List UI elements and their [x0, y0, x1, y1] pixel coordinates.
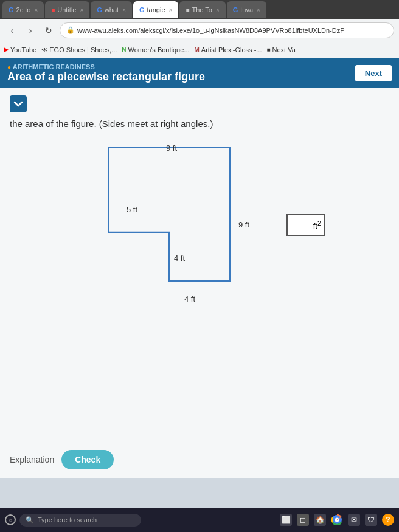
taskbar-search-text: Type here to search — [38, 516, 97, 523]
aleks-header: ● ARITHMETIC READINESS Area of a piecewi… — [0, 58, 399, 88]
back-button[interactable]: ‹ — [5, 23, 19, 38]
tab-tangie[interactable]: G tangie × — [133, 1, 178, 18]
taskbar-help-icon[interactable]: ? — [382, 514, 394, 526]
svg-marker-0 — [108, 147, 230, 281]
dim-inner-step: 4 ft — [174, 254, 185, 263]
taskbar-view-icon[interactable]: ⬜ — [280, 514, 292, 526]
tab-close-icon[interactable]: × — [169, 7, 173, 13]
figure-svg — [108, 147, 254, 311]
bookmark-next[interactable]: ■ Next Va — [266, 46, 295, 54]
tab-what[interactable]: G what × — [91, 1, 132, 18]
tab-the-to[interactable]: ■ The To × — [179, 1, 225, 18]
forward-button[interactable]: › — [23, 23, 38, 38]
section-label: ● ARITHMETIC READINESS — [7, 63, 205, 71]
bookmark-youtube[interactable]: ▶ YouTube — [4, 46, 36, 54]
reload-button[interactable]: ↻ — [41, 23, 56, 38]
topic-title: Area of a piecewise rectangular figure — [7, 71, 205, 83]
figure-area: 9 ft 9 ft 5 ft 4 ft 4 ft ft2 — [72, 141, 327, 330]
dim-left-inner: 5 ft — [127, 205, 137, 214]
dim-top: 9 ft — [166, 143, 177, 153]
tab-close-icon[interactable]: × — [34, 7, 38, 13]
tab-close-icon[interactable]: × — [122, 7, 126, 13]
windows-search-icon[interactable]: ○ — [5, 514, 16, 525]
tab-untitle[interactable]: ■ Untitle × — [45, 1, 89, 18]
bookmarks-bar: ▶ YouTube ≪ EGO Shoes | Shoes,... N Wome… — [0, 41, 399, 58]
instruction-text: the area of the figure. (Sides meet at r… — [10, 119, 389, 129]
tab-tuva[interactable]: G tuva × — [227, 1, 266, 18]
unit-label: ft2 — [313, 219, 321, 230]
taskbar-file-icon[interactable]: 🏠 — [314, 514, 326, 526]
exercise-area: the area of the figure. (Sides meet at r… — [0, 88, 399, 441]
taskbar-chrome-icon[interactable] — [331, 514, 343, 526]
address-bar: ‹ › ↻ 🔒 www-awu.aleks.com/alekscgi/x/lsl… — [0, 19, 399, 41]
bookmark-artist[interactable]: M Artist Plexi-Gloss -... — [195, 46, 262, 54]
tab-close-icon[interactable]: × — [216, 7, 220, 13]
browser-tabs: G 2c to × ■ Untitle × G what × G tangie … — [0, 0, 399, 19]
answer-input[interactable] — [290, 216, 312, 233]
bottom-bar: Explanation Check — [0, 441, 399, 478]
taskbar-mail-icon[interactable]: ✉ — [348, 514, 360, 526]
check-button[interactable]: Check — [61, 450, 114, 469]
dim-right: 9 ft — [238, 220, 249, 229]
bookmark-ego-shoes[interactable]: ≪ EGO Shoes | Shoes,... — [41, 46, 117, 54]
expand-button[interactable] — [10, 95, 27, 112]
next-button[interactable]: Next — [355, 65, 392, 81]
dim-bottom: 4 ft — [184, 294, 195, 303]
taskbar: ○ 🔍 Type here to search ⬜ ◻ 🏠 ✉ 🛡 ? — [0, 508, 399, 532]
explanation-link[interactable]: Explanation — [10, 455, 54, 465]
taskbar-security-icon[interactable]: 🛡 — [365, 514, 377, 526]
tab-close-icon[interactable]: × — [80, 7, 84, 13]
taskbar-search[interactable]: 🔍 Type here to search — [19, 514, 141, 527]
bookmark-womens[interactable]: N Women's Boutique... — [122, 46, 189, 54]
address-input[interactable]: 🔒 www-awu.aleks.com/alekscgi/x/lsl.exe/1… — [60, 22, 394, 38]
taskbar-window-icon[interactable]: ◻ — [297, 514, 309, 526]
tab-close-icon[interactable]: × — [257, 7, 260, 13]
tab-2c[interactable]: G 2c to × — [2, 1, 44, 18]
answer-area: ft2 — [286, 214, 325, 236]
taskbar-icons: ⬜ ◻ 🏠 ✉ 🛡 ? — [280, 514, 394, 526]
